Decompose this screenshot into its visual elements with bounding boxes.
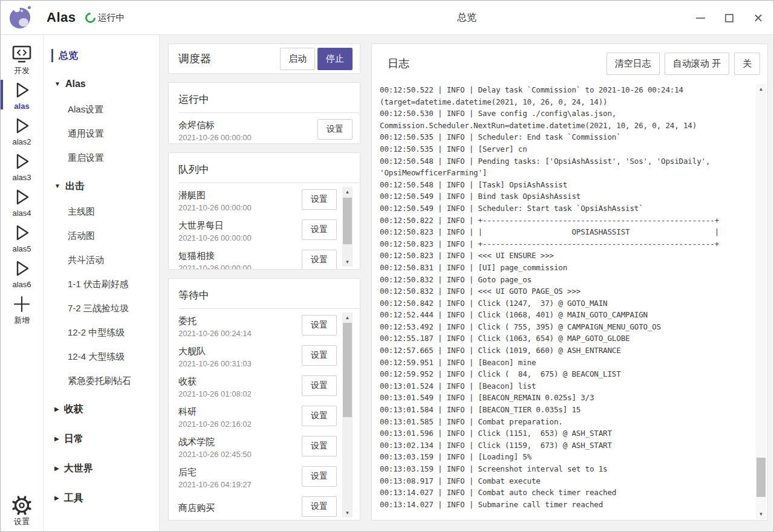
code-monitor-icon xyxy=(11,44,33,65)
log-line: 00:13:01.584 | INFO | [BEACON_TIER 0.035… xyxy=(380,404,749,416)
menu-item-活动图[interactable]: 活动图 xyxy=(44,224,159,248)
menu-group-出击[interactable]: ▼出击 xyxy=(44,173,159,199)
rail-item-label: 开发 xyxy=(14,66,30,74)
rail-item-alas4[interactable]: alas4 xyxy=(1,184,43,219)
menu-item-共斗活动[interactable]: 共斗活动 xyxy=(44,248,159,272)
task-next-run-time: 2021-10-26 02:16:02 xyxy=(178,420,252,429)
task-row: 潜艇图 2021-10-26 00:00:00 设置 xyxy=(178,186,337,216)
scrollbar[interactable]: ▲ ▼ xyxy=(342,313,353,517)
scheduler-stop-button[interactable]: 停止 xyxy=(317,48,353,70)
rail-item-alas3[interactable]: alas3 xyxy=(1,148,43,184)
scheduler-column: 调度器 启动 停止 运行中 余烬信标 2021-10-26 00:00:00 设… xyxy=(168,44,360,521)
rail-item-label: alas5 xyxy=(12,245,31,253)
task-row: 大舰队 2021-10-26 00:31:03 设置 xyxy=(178,342,337,372)
rail-item-label: alas3 xyxy=(12,174,31,181)
menu-group-Alas[interactable]: ▼Alas xyxy=(44,71,159,97)
log-panel: 日志 清空日志 自动滚动 开 关 00:12:50.522 | INFO | D… xyxy=(371,44,768,521)
task-name: 后宅 xyxy=(178,467,252,478)
content-area: 调度器 启动 停止 运行中 余烬信标 2021-10-26 00:00:00 设… xyxy=(160,35,773,531)
menu-group-收获[interactable]: ▶收获 xyxy=(44,396,159,423)
rail-item-alas2[interactable]: alas2 xyxy=(1,112,43,148)
menu-item-12-4 大型练级[interactable]: 12-4 大型练级 xyxy=(44,345,159,369)
maximize-icon xyxy=(725,14,733,22)
rail-item-alas6[interactable]: alas6 xyxy=(1,255,43,291)
scheduler-start-button[interactable]: 启动 xyxy=(280,48,315,70)
app-window: Alas 运行中 总览 ✕ 开发alasalas2alas3alas4alas5… xyxy=(0,0,774,532)
scroll-up-icon[interactable]: ▲ xyxy=(756,84,766,94)
rail-item-settings[interactable]: 设置 xyxy=(1,492,43,528)
autoscroll-toggle-button[interactable]: 自动滚动 开 xyxy=(665,53,729,75)
scrollbar[interactable]: ▲ ▼ xyxy=(342,187,353,267)
task-settings-button[interactable]: 设置 xyxy=(302,345,337,366)
scrollbar-thumb[interactable] xyxy=(343,198,352,244)
rail-item-dev[interactable]: 开发 xyxy=(1,41,43,77)
scroll-down-icon[interactable]: ▼ xyxy=(756,509,766,519)
task-settings-button[interactable]: 设置 xyxy=(302,189,337,210)
menu-item-12-2 中型练级[interactable]: 12-2 中型练级 xyxy=(44,320,159,345)
run-status-label: 运行中 xyxy=(97,12,125,24)
menu-item-总览[interactable]: 总览 xyxy=(44,44,159,68)
task-settings-button[interactable]: 设置 xyxy=(302,219,337,240)
log-off-button[interactable]: 关 xyxy=(734,53,760,75)
task-settings-button[interactable]: 设置 xyxy=(302,375,337,396)
menu-item-重启设置[interactable]: 重启设置 xyxy=(44,146,159,170)
menu-group-工具[interactable]: ▶工具 xyxy=(44,485,159,511)
task-row: 余烬信标 2021-10-26 00:00:00 设置 xyxy=(178,115,353,143)
task-settings-button[interactable]: 设置 xyxy=(302,250,337,269)
task-settings-button[interactable]: 设置 xyxy=(302,406,337,426)
play-icon xyxy=(11,151,32,172)
task-name: 科研 xyxy=(178,406,252,418)
task-next-run-time: 2021-10-26 00:24:14 xyxy=(178,329,252,338)
menu-item-通用设置[interactable]: 通用设置 xyxy=(44,122,159,146)
log-line: 00:12:50.535 | INFO | Scheduler: End tas… xyxy=(380,131,749,143)
scroll-up-icon[interactable]: ▲ xyxy=(342,313,353,322)
clear-log-button[interactable]: 清空日志 xyxy=(607,53,660,75)
scrollbar-thumb[interactable] xyxy=(756,458,766,497)
menu-item-7-2 三战捡垃圾[interactable]: 7-2 三战捡垃圾 xyxy=(44,296,159,320)
play-icon xyxy=(11,115,32,136)
chevron-right-icon: ▶ xyxy=(54,435,59,442)
log-header: 日志 清空日志 自动滚动 开 关 xyxy=(372,44,767,83)
task-next-run-time: 2021-10-26 02:45:50 xyxy=(178,450,252,459)
rail-item-alas5[interactable]: alas5 xyxy=(1,219,43,255)
log-line: 00:12:50.522 | INFO | Delay task `Commis… xyxy=(380,84,749,96)
nav-menu: 总览▼AlasAlas设置通用设置重启设置▼出击主线图活动图共斗活动1-1 伏击… xyxy=(44,35,160,531)
task-settings-button[interactable]: 设置 xyxy=(302,496,337,517)
scrollbar-thumb[interactable] xyxy=(343,323,352,417)
task-section-运行中: 运行中 余烬信标 2021-10-26 00:00:00 设置 xyxy=(168,82,360,144)
log-line: 00:12:50.535 | INFO | [Server] cn xyxy=(380,143,749,155)
scroll-down-icon[interactable]: ▼ xyxy=(342,508,353,517)
menu-group-日常[interactable]: ▶日常 xyxy=(44,426,159,452)
log-scrollbar[interactable]: ▲ ▼ xyxy=(756,84,766,519)
rail-item-alas[interactable]: alas xyxy=(1,77,43,112)
menu-item-1-1 伏击刷好感[interactable]: 1-1 伏击刷好感 xyxy=(44,272,159,296)
close-icon: ✕ xyxy=(753,12,764,24)
maximize-button[interactable] xyxy=(723,11,736,25)
scroll-down-icon[interactable]: ▼ xyxy=(342,257,353,267)
play-icon xyxy=(11,80,32,100)
task-settings-button[interactable]: 设置 xyxy=(302,436,337,456)
log-line: (target=datetime.datetime(2021, 10, 26, … xyxy=(380,96,749,108)
menu-group-大世界[interactable]: ▶大世界 xyxy=(44,455,159,482)
task-next-run-time: 2021-10-26 00:00:00 xyxy=(178,133,252,142)
title-bar: Alas 运行中 总览 ✕ xyxy=(1,1,773,35)
menu-item-Alas设置[interactable]: Alas设置 xyxy=(44,97,159,122)
log-output[interactable]: 00:12:50.522 | INFO | Delay task `Commis… xyxy=(372,83,767,520)
task-settings-button[interactable]: 设置 xyxy=(317,119,353,140)
task-settings-button[interactable]: 设置 xyxy=(302,315,337,336)
plus-icon xyxy=(13,294,31,314)
close-button[interactable]: ✕ xyxy=(752,11,765,25)
running-spinner-icon xyxy=(83,10,98,25)
task-next-run-time: 2021-10-26 04:19:27 xyxy=(178,480,252,489)
menu-item-主线图[interactable]: 主线图 xyxy=(44,199,159,224)
minimize-button[interactable] xyxy=(694,11,707,25)
menu-item-紧急委托刷钻石[interactable]: 紧急委托刷钻石 xyxy=(44,369,159,393)
rail-item-label: alas2 xyxy=(12,138,31,146)
scroll-up-icon[interactable]: ▲ xyxy=(342,187,353,196)
task-settings-button[interactable]: 设置 xyxy=(302,466,337,487)
log-line: 'OpsiMeowfficerFarming'] xyxy=(380,167,749,179)
log-line: 00:13:02.134 | INFO | Click (1159, 673) … xyxy=(380,440,749,452)
rail-item-add[interactable]: 新增 xyxy=(1,291,43,326)
task-name: 大舰队 xyxy=(178,346,252,357)
play-icon xyxy=(11,222,32,243)
